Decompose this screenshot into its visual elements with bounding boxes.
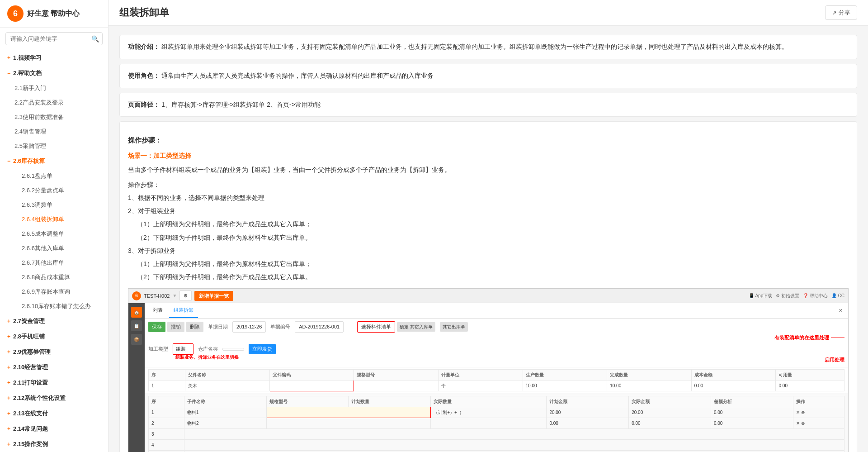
mock-new-btn[interactable]: 新增单据一览 — [194, 291, 233, 301]
mock-confirm-btn[interactable]: 确定 其它入库单 — [397, 322, 435, 332]
mock-btn-save[interactable]: 保存 — [148, 322, 165, 332]
search-box: 🔍 — [0, 28, 108, 50]
sidebar-item-video[interactable]: + 1.视频学习 — [0, 50, 108, 66]
sidebar-item-stockerror[interactable]: 2.6.10库存账本错了怎么办 — [0, 299, 108, 314]
app-logo: 6 — [7, 5, 24, 22]
mock-bom-btn[interactable]: 选择料件清单 — [357, 321, 395, 333]
mock-left-icons: 🏠 📋 📦 — [128, 303, 145, 452]
sidebar-item-sales[interactable]: 2.4销售管理 — [0, 124, 108, 139]
mock-col-done-qty: 完成数量 — [607, 369, 692, 380]
search-input[interactable] — [5, 32, 103, 45]
mock-add-row-btn[interactable]: 立即发货 — [249, 344, 276, 354]
sidebar-item-cases[interactable]: + 2.15操作案例 — [0, 437, 108, 452]
sidebar-item-print[interactable]: + 2.11打印设置 — [0, 375, 108, 390]
step1: 1、根据不同的业务，选择不同单据的类型来处理 — [128, 192, 849, 204]
mock-sub-seq5: 5 — [149, 450, 184, 452]
sidebar-label-docs: 2.帮助文档 — [13, 69, 42, 77]
sidebar-item-purchase[interactable]: 2.5采购管理 — [0, 139, 108, 153]
mock-btn-delete[interactable]: 删除 — [186, 322, 203, 332]
sidebar-item-ops[interactable]: + 2.10经营管理 — [0, 360, 108, 375]
search-icon[interactable]: 🔍 — [91, 35, 99, 43]
topbar: 组装拆卸单 ↗ 分享 — [108, 0, 868, 26]
sidebar-item-faq[interactable]: + 2.14常见问题 — [0, 421, 108, 437]
share-button[interactable]: ↗ 分享 — [825, 5, 857, 20]
sidebar-label-faq: 2.14常见问题 — [13, 425, 48, 433]
mock-sub-col-actualqty: 实际数量 — [431, 396, 547, 407]
step2: 2、对于组装业务 — [128, 205, 849, 217]
mock-arrow1 — [831, 338, 844, 338]
sidebar-item-data[interactable]: 2.3使用前数据准备 — [0, 110, 108, 124]
mock-cell-pname1: 关木 — [185, 380, 270, 391]
sidebar-label-video: 1.视频学习 — [13, 54, 42, 62]
sidebar-item-outother[interactable]: 2.6.7其他出库单 — [0, 256, 108, 270]
mock-annotation3-label: 启用处理 — [825, 356, 844, 364]
mock-app: 6 TEST-H002 ▼ ⚙ 新增单据一览 📱 App下载 ⚙ 初始设置 ❓ … — [128, 288, 849, 452]
mock-upper-table-body: 1 关木 个 10.00 10.00 0.00 — [149, 380, 844, 391]
sidebar-item-partial[interactable]: 2.6.2分量盘点单 — [0, 183, 108, 198]
step3b: （2）下部明细为子件明细，最终作为产成品生成其它入库单。 — [128, 271, 849, 283]
content-area: 功能介绍： 组装拆卸单用来处理企业组装或拆卸等加工业务，支持有固定装配清单的产品… — [108, 26, 868, 452]
mock-close-btn[interactable]: ✕ — [837, 305, 844, 317]
mock-sub-empty5 — [184, 450, 844, 452]
sidebar-item-mobile[interactable]: + 2.8手机旺铺 — [0, 329, 108, 344]
mock-annotation3-area: 启用处理 — [148, 356, 844, 364]
mock-confirm2-btn[interactable]: 其它出库单 — [440, 322, 468, 332]
sidebar-item-cost[interactable]: 2.6.5成本调整单 — [0, 227, 108, 241]
intro-text: 组装拆卸单用来处理企业组装或拆卸等加工业务，支持有固定装配清单的产品加工业务，也… — [161, 43, 788, 50]
steps-title2: 操作步骤： — [128, 179, 849, 190]
mock-status-badge: ⚙ — [179, 290, 192, 301]
role-label: 使用角色： — [128, 72, 160, 79]
mock-tab-assembly[interactable]: 组装拆卸 — [169, 303, 198, 318]
mock-col-cost: 成本金额 — [691, 369, 776, 380]
path-block: 页面路径： 1、库存核算->库存管理->组装拆卸单 2、首页->常用功能 — [119, 93, 857, 117]
sidebar-item-finance[interactable]: + 2.7资金管理 — [0, 314, 108, 329]
mock-bom-section: 选择料件清单 确定 其它入库单 — [357, 321, 435, 333]
sidebar-label-online: 2.13在线支付 — [13, 409, 48, 418]
sidebar-label-cases: 2.15操作案例 — [13, 440, 48, 448]
mock-cell-pqty1: 10.00 — [523, 380, 607, 391]
mock-sub-pcost1: 20.00 — [547, 407, 629, 418]
sidebar-label-customize: 2.12系统个性化设置 — [13, 394, 66, 402]
mock-action-btns: 保存 撤销 删除 — [148, 322, 203, 332]
mock-cell-pcode1 — [269, 380, 354, 391]
mock-sub-seq2: 2 — [149, 418, 184, 428]
expand-icon-coupon: + — [7, 349, 10, 355]
mock-upper-table: 序 父件名称 父件编码 规格型号 计量单位 生产数量 完成数量 成本金额 — [148, 369, 844, 391]
scene1-desc: 当由多个子件材料组装成一个成品的业务为【组装】业务，当由一个父件拆分成多个子产品… — [128, 164, 849, 176]
mock-icon-home: 🏠 — [131, 307, 142, 318]
mock-date-input[interactable]: 2019-12-26 — [232, 321, 266, 333]
mock-sub-op1: ✕ ⊕ — [793, 407, 844, 418]
sidebar-item-customize[interactable]: + 2.12系统个性化设置 — [0, 390, 108, 406]
sidebar-item-assembly[interactable]: 2.6.4组装拆卸单 — [0, 212, 108, 227]
sidebar-item-coupon[interactable]: + 2.9优惠券管理 — [0, 344, 108, 360]
table-row: 2 物料2 0.00 0.00 0.00 ✕ ⊕ — [149, 418, 844, 428]
mock-sub-col-name: 子件名称 — [184, 396, 266, 407]
screenshot-wrapper: 6 TEST-H002 ▼ ⚙ 新增单据一览 📱 App下载 ⚙ 初始设置 ❓ … — [128, 288, 849, 452]
sidebar-item-install[interactable]: 2.2产品安装及登录 — [0, 95, 108, 110]
sidebar-item-newbie[interactable]: 2.1新手入门 — [0, 81, 108, 95]
mock-date-label: 单据日期 — [208, 323, 228, 331]
mock-tab-list[interactable]: 列表 — [148, 303, 167, 318]
mock-sub-col-op: 操作 — [793, 396, 844, 407]
mock-cell-dqty1: 10.00 — [607, 380, 692, 391]
sidebar-item-costcalc[interactable]: 2.6.8商品成本重算 — [0, 270, 108, 285]
sidebar-item-stockquery[interactable]: 2.6.9库存账本查询 — [0, 285, 108, 299]
mock-warehouse-input[interactable] — [222, 348, 244, 351]
sidebar-item-stocktake[interactable]: 2.6.1盘点单 — [0, 169, 108, 183]
sidebar-item-online[interactable]: + 2.13在线支付 — [0, 406, 108, 421]
mock-sub-seq3: 3 — [149, 428, 184, 439]
mock-btn-cancel[interactable]: 撤销 — [167, 322, 184, 332]
mock-billno-input[interactable]: AD-20191226-001 — [295, 321, 344, 333]
sidebar: 6 好生意 帮助中心 🔍 + 1.视频学习 − 2.帮助文档 2.1新手入门 2… — [0, 0, 108, 452]
sidebar-item-adjust[interactable]: 2.6.3调拨单 — [0, 198, 108, 212]
scene1-title: 场景一：加工类型选择 — [128, 151, 849, 162]
sidebar-item-docs[interactable]: − 2.帮助文档 — [0, 66, 108, 81]
mock-cell-cost1: 0.00 — [691, 380, 776, 391]
sidebar-item-inother[interactable]: 2.6.6其他入库单 — [0, 241, 108, 256]
mock-sub-col-planqty: 计划数量 — [349, 396, 431, 407]
mock-icon-order: 📋 — [131, 320, 142, 331]
steps-title: 操作步骤： — [128, 134, 849, 146]
mock-type-select[interactable]: 组装 — [173, 343, 193, 355]
step2a: （1）上部明细为父件明细，最终作为产成品生成其它入库单； — [128, 219, 849, 230]
sidebar-item-inventory[interactable]: − 2.6库存核算 — [0, 153, 108, 169]
